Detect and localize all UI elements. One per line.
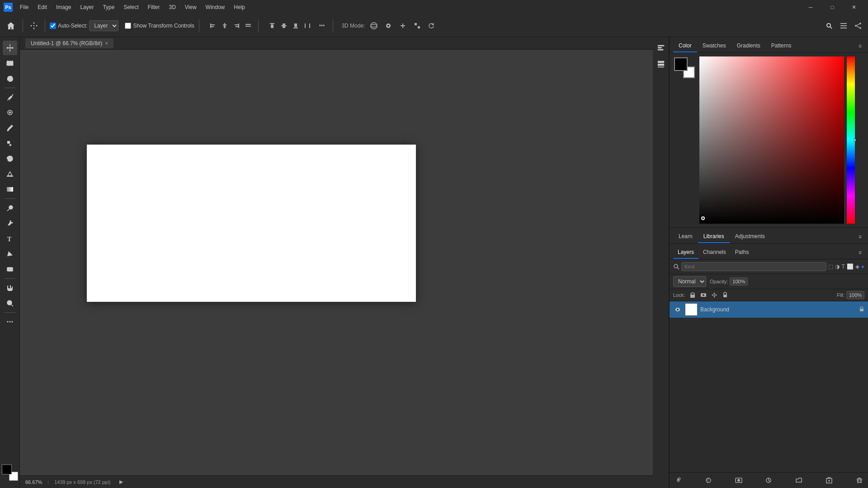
menu-layer[interactable]: Layer <box>76 3 97 11</box>
minimize-button[interactable]: ─ <box>800 0 821 14</box>
patterns-tab[interactable]: Patterns <box>766 40 797 52</box>
menu-3d[interactable]: 3D <box>165 3 179 11</box>
distribute-top-button[interactable] <box>267 20 278 31</box>
delete-layer-button[interactable] <box>854 475 864 485</box>
3d-rotate-button[interactable] <box>425 19 438 32</box>
align-center-h-button[interactable] <box>219 20 230 31</box>
3d-slide-button[interactable] <box>396 19 409 32</box>
panel-options-button[interactable]: ≡ <box>856 40 864 52</box>
align-left-button[interactable] <box>208 20 218 31</box>
hand-tool[interactable] <box>3 281 17 295</box>
menu-filter[interactable]: Filter <box>144 3 164 11</box>
swatches-tab[interactable]: Swatches <box>697 40 731 52</box>
more-options-button[interactable]: ••• <box>316 21 329 31</box>
channels-tab[interactable]: Channels <box>698 246 731 259</box>
document-tab-close[interactable]: × <box>105 40 108 47</box>
filter-smart-icon[interactable]: ◈ <box>855 263 859 270</box>
3d-pan-button[interactable] <box>382 19 395 32</box>
align-right-button[interactable] <box>231 20 242 31</box>
menu-view[interactable]: View <box>181 3 200 11</box>
blend-mode-dropdown[interactable]: Normal <box>673 276 706 287</box>
filter-toggle[interactable]: ● <box>861 263 864 270</box>
lock-transparent-icon[interactable] <box>689 291 697 299</box>
eraser-tool[interactable] <box>3 167 17 181</box>
layers-search-input[interactable] <box>681 262 826 271</box>
add-style-button[interactable]: f <box>703 475 713 485</box>
search-button[interactable] <box>823 19 835 32</box>
dodge-burn-tool[interactable] <box>3 201 17 215</box>
filter-shape-icon[interactable]: ⬜ <box>847 263 854 270</box>
brush-tool[interactable] <box>3 121 17 135</box>
layers-tab[interactable]: Layers <box>673 246 698 259</box>
foreground-swatch[interactable] <box>674 57 688 71</box>
filter-adjust-icon[interactable]: ◑ <box>835 263 840 270</box>
3d-scale-button[interactable] <box>411 19 424 32</box>
color-gradient-picker[interactable] <box>699 56 844 224</box>
adjustments-tab[interactable]: Adjustments <box>730 230 770 243</box>
spot-healing-tool[interactable] <box>3 105 17 120</box>
status-arrow[interactable]: ▶ <box>119 479 123 485</box>
history-brush-tool[interactable] <box>3 151 17 166</box>
type-tool[interactable]: T <box>3 231 17 246</box>
home-button[interactable] <box>4 19 18 33</box>
svg-point-52 <box>11 321 13 323</box>
auto-select-checkbox[interactable] <box>50 23 56 29</box>
layers-panel-options[interactable]: ≡ <box>856 247 864 258</box>
shape-tool[interactable] <box>3 262 17 277</box>
learn-tab[interactable]: Learn <box>673 230 698 243</box>
properties-panel-button[interactable] <box>654 41 668 55</box>
menu-select[interactable]: Select <box>120 3 142 11</box>
fill-value[interactable]: 100% <box>846 291 864 299</box>
path-selection-tool[interactable] <box>3 247 17 261</box>
zoom-tool[interactable] <box>3 296 17 310</box>
filter-type-icon[interactable]: T <box>841 263 844 270</box>
gradient-fill-tool[interactable] <box>3 182 17 197</box>
layer-background[interactable]: Background <box>670 301 868 318</box>
lower-panel-options[interactable]: ≡ <box>856 231 864 243</box>
share-button[interactable] <box>852 19 864 32</box>
lock-position-icon[interactable] <box>710 291 718 299</box>
menu-file[interactable]: File <box>16 3 32 11</box>
workspaces-button[interactable] <box>837 19 850 32</box>
clone-stamp-tool[interactable] <box>3 136 17 150</box>
menu-type[interactable]: Type <box>99 3 118 11</box>
new-layer-button[interactable] <box>824 475 834 485</box>
menu-edit[interactable]: Edit <box>34 3 51 11</box>
menu-window[interactable]: Window <box>202 3 229 11</box>
close-button[interactable]: ✕ <box>844 0 864 14</box>
menu-help[interactable]: Help <box>230 3 249 11</box>
adjustment-layer-button[interactable] <box>764 475 774 485</box>
document-tab[interactable]: Untitled-1 @ 66.7% (RGB/8#) × <box>25 38 113 48</box>
libraries-tab[interactable]: Libraries <box>698 230 730 243</box>
more-tools-button[interactable] <box>3 314 17 329</box>
foreground-color-swatch[interactable] <box>2 465 12 474</box>
add-mask-button[interactable] <box>734 475 744 485</box>
filter-pixel-icon[interactable]: ⬚ <box>828 263 833 270</box>
lasso-tool[interactable] <box>3 71 17 86</box>
lock-image-icon[interactable] <box>699 291 708 299</box>
move-tool[interactable] <box>3 41 17 55</box>
auto-select-dropdown[interactable]: Layer <box>89 20 118 31</box>
color-spectrum-slider[interactable] <box>847 56 855 224</box>
distribute-justify-v-button[interactable] <box>302 20 313 31</box>
layer-visibility-toggle[interactable] <box>673 305 682 314</box>
distribute-bottom-button[interactable] <box>290 20 301 31</box>
maximize-button[interactable]: □ <box>822 0 843 14</box>
menu-image[interactable]: Image <box>52 3 75 11</box>
color-tab[interactable]: Color <box>673 40 697 52</box>
link-layers-button[interactable] <box>673 475 683 485</box>
opacity-value[interactable]: 100% <box>730 277 748 286</box>
eyedropper-tool[interactable] <box>3 90 17 104</box>
marquee-tool[interactable] <box>3 56 17 70</box>
layers-panel-button[interactable] <box>654 57 668 71</box>
3d-orbit-button[interactable] <box>368 19 380 32</box>
move-arrows-icon[interactable] <box>28 19 40 32</box>
distribute-center-v-button[interactable] <box>278 20 289 31</box>
transform-checkbox[interactable] <box>125 23 131 29</box>
gradients-tab[interactable]: Gradients <box>731 40 766 52</box>
new-group-button[interactable] <box>794 475 804 485</box>
lock-all-icon[interactable] <box>721 291 729 299</box>
paths-tab[interactable]: Paths <box>731 246 754 259</box>
align-justify-button[interactable] <box>243 20 254 31</box>
pen-tool[interactable] <box>3 216 17 230</box>
